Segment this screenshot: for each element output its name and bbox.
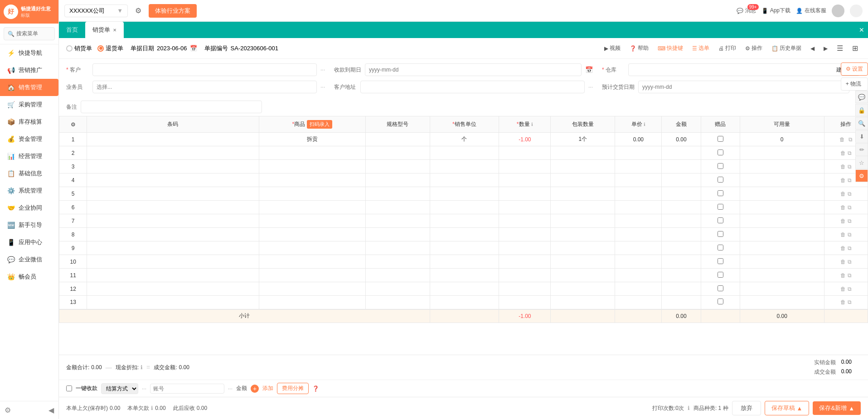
- sidebar-item-quicknav[interactable]: ⚡ 快捷导航: [0, 44, 58, 62]
- remarks-input[interactable]: [81, 101, 262, 113]
- sidebar-item-system[interactable]: ⚙️ 系统管理: [0, 182, 58, 199]
- copy-row-icon[interactable]: ⧉: [848, 272, 852, 279]
- settings-button[interactable]: ⚙: [131, 5, 145, 17]
- delete-row-icon[interactable]: 🗑: [840, 245, 846, 251]
- sidebar-item-enterprise[interactable]: 🤝 企业协同: [0, 199, 58, 217]
- customer-dots[interactable]: ···: [320, 67, 325, 73]
- delete-row-icon[interactable]: 🗑: [840, 272, 846, 279]
- sidebar-item-basic[interactable]: 📋 基础信息: [0, 165, 58, 182]
- delete-row-icon[interactable]: 🗑: [840, 150, 846, 156]
- total-debt-info-icon[interactable]: ℹ: [151, 405, 153, 411]
- sidebar-item-member[interactable]: 👑 畅会员: [0, 268, 58, 285]
- shortcut-btn[interactable]: ⌨ 快捷键: [655, 43, 686, 53]
- nav-next-btn[interactable]: ▶: [821, 44, 830, 53]
- operation-btn[interactable]: ⚙ 操作: [742, 43, 765, 53]
- add-payment-button[interactable]: +: [251, 385, 259, 393]
- copy-row-icon[interactable]: ⧉: [848, 218, 852, 224]
- account-input[interactable]: [150, 384, 224, 394]
- customer-address-input[interactable]: [360, 81, 585, 93]
- history-btn[interactable]: 📋 历史单据: [769, 43, 804, 53]
- copy-row-icon[interactable]: ⧉: [848, 177, 852, 183]
- sidebar-collapse-icon[interactable]: ◀: [48, 406, 54, 414]
- floating-icon-6[interactable]: ☆: [855, 156, 868, 169]
- close-icon[interactable]: ✕: [859, 26, 864, 34]
- delete-row-icon[interactable]: 🗑: [840, 204, 846, 211]
- sidebar-item-apps[interactable]: 📱 应用中心: [0, 234, 58, 251]
- tab-close-icon[interactable]: ✕: [113, 28, 116, 33]
- copy-row-icon[interactable]: ⧉: [849, 136, 853, 143]
- calc-method-select[interactable]: 结算方式: [101, 383, 138, 394]
- product-type-info-icon[interactable]: ℹ: [688, 405, 690, 411]
- message-button[interactable]: 💬 消息 99+: [737, 7, 756, 14]
- sidebar-settings-icon[interactable]: ⚙: [5, 406, 11, 414]
- user-dropdown[interactable]: [850, 5, 863, 17]
- floating-icon-2[interactable]: 🔒: [855, 104, 868, 116]
- scan-button[interactable]: 扫码录入: [307, 120, 332, 129]
- copy-row-icon[interactable]: ⧉: [848, 286, 852, 292]
- row-gift[interactable]: [701, 133, 740, 146]
- help-btn[interactable]: ❓ 帮助: [627, 43, 651, 53]
- row-barcode[interactable]: [87, 133, 259, 146]
- delete-row-icon[interactable]: 🗑: [840, 231, 846, 238]
- floating-icon-4[interactable]: ⬇: [855, 130, 868, 143]
- payment-due-input[interactable]: [365, 63, 582, 76]
- delete-row-icon[interactable]: 🗑: [840, 286, 846, 292]
- support-button[interactable]: 👤 在线客服: [796, 7, 826, 14]
- calendar-icon[interactable]: 📅: [190, 45, 197, 52]
- customer-input[interactable]: [92, 63, 317, 76]
- sidebar-item-marketing[interactable]: 📢 营销推广: [0, 62, 58, 79]
- save-draft-button[interactable]: 保存草稿 ▲: [765, 401, 810, 415]
- settings-button[interactable]: ⚙ ⚙ 设置设置: [841, 63, 868, 76]
- delete-row-icon[interactable]: 🗑: [840, 191, 846, 197]
- floating-icon-3[interactable]: 🔍: [855, 117, 868, 130]
- account-dots[interactable]: ···: [228, 385, 233, 392]
- floating-icon-1[interactable]: 💬: [855, 91, 868, 103]
- save-new-button[interactable]: 保存&新增 ▲: [813, 401, 861, 415]
- one-click-payment-checkbox[interactable]: [66, 385, 72, 391]
- radio-sales[interactable]: 销货单: [66, 44, 92, 53]
- copy-row-icon[interactable]: ⧉: [848, 299, 852, 305]
- grid-view-btn[interactable]: ⊞: [849, 43, 861, 54]
- salesperson-dots[interactable]: ···: [320, 84, 325, 90]
- sidebar-item-guide[interactable]: 🆕 新手引导: [0, 217, 58, 234]
- select-btn[interactable]: ☰ 选单: [689, 43, 712, 53]
- row-unit-price[interactable]: 0.00: [615, 133, 662, 146]
- sidebar-item-inventory[interactable]: 📦 库存核算: [0, 113, 58, 130]
- split-help-icon[interactable]: ❓: [312, 385, 319, 392]
- radio-return[interactable]: 退货单: [97, 44, 123, 53]
- tab-close-all[interactable]: ✕: [859, 26, 868, 34]
- salesperson-input[interactable]: [92, 81, 317, 93]
- floating-icon-5[interactable]: ✏: [855, 143, 868, 156]
- row-spec[interactable]: [365, 133, 430, 146]
- search-menu-button[interactable]: 🔍 搜索菜单: [4, 27, 55, 40]
- print-btn[interactable]: 🖨 打印: [716, 43, 739, 53]
- copy-row-icon[interactable]: ⧉: [848, 231, 852, 238]
- sidebar-item-purchase[interactable]: 🛒 采购管理: [0, 96, 58, 113]
- sidebar-item-finance[interactable]: 💰 资金管理: [0, 130, 58, 148]
- video-btn[interactable]: ▶ 视频: [601, 43, 623, 53]
- delete-row-icon[interactable]: 🗑: [840, 218, 846, 224]
- cost-allocation-button[interactable]: 费用分摊: [277, 383, 309, 394]
- logistics-button[interactable]: + 物流: [841, 77, 868, 91]
- discard-button[interactable]: 放弃: [732, 401, 761, 415]
- copy-row-icon[interactable]: ⧉: [848, 259, 852, 265]
- delete-row-icon[interactable]: 🗑: [840, 299, 846, 305]
- nav-prev-btn[interactable]: ◀: [808, 44, 817, 53]
- calc-method-dots[interactable]: ···: [142, 385, 146, 392]
- delete-row-icon[interactable]: 🗑: [839, 136, 845, 143]
- copy-row-icon[interactable]: ⧉: [848, 191, 852, 197]
- customer-address-dots[interactable]: ···: [588, 84, 593, 90]
- tab-home[interactable]: 首页: [59, 22, 85, 38]
- company-selector[interactable]: XXXXXX公司 ▼: [64, 5, 128, 17]
- sidebar-item-sales[interactable]: 🏠 销售管理: [0, 79, 58, 96]
- copy-row-icon[interactable]: ⧉: [848, 150, 852, 156]
- tab-sales-order[interactable]: 销货单 ✕: [85, 22, 124, 38]
- payment-due-calendar-icon[interactable]: 📅: [585, 66, 593, 73]
- list-view-btn[interactable]: ☰: [834, 43, 846, 54]
- delete-row-icon[interactable]: 🗑: [840, 177, 846, 183]
- copy-row-icon[interactable]: ⧉: [848, 204, 852, 211]
- trial-button[interactable]: 体验行业方案: [149, 4, 197, 18]
- copy-row-icon[interactable]: ⧉: [848, 245, 852, 251]
- warehouse-input[interactable]: [628, 63, 860, 76]
- app-download-button[interactable]: 📱 App下载: [761, 7, 790, 14]
